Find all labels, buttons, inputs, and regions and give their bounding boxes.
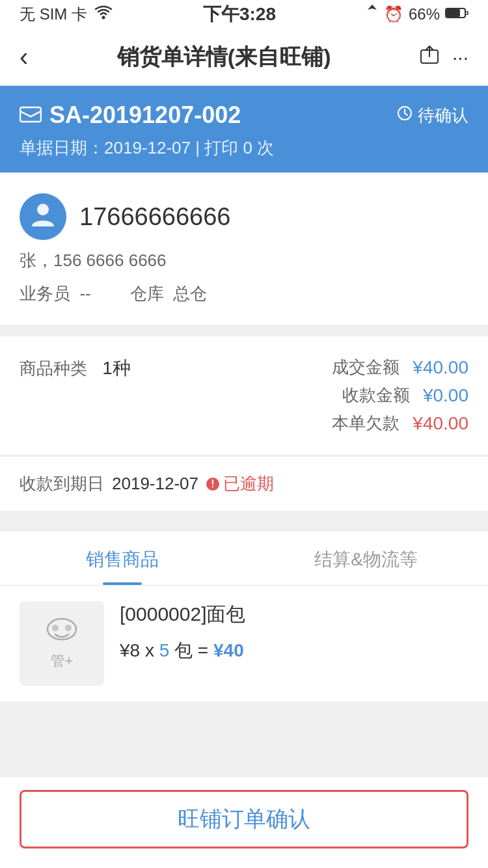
wifi-icon xyxy=(94,5,113,23)
transaction-amount-label: 成交金额 xyxy=(332,356,400,379)
overdue-status: 已逾期 xyxy=(223,472,274,495)
unit: 包 xyxy=(174,640,193,660)
svg-point-6 xyxy=(37,204,49,215)
received-amount-label: 收款金额 xyxy=(342,384,410,407)
product-type-row: 商品种类 1种 xyxy=(20,356,131,381)
overdue-date: 2019-12-07 xyxy=(112,474,198,494)
salesperson-label: 业务员 -- xyxy=(20,282,91,305)
product-code: [0000002] xyxy=(120,603,206,625)
transaction-amount-row: 成交金额 ¥40.00 xyxy=(332,356,468,379)
customer-meta: 业务员 -- 仓库 总仓 xyxy=(20,282,468,305)
product-title: 面包 xyxy=(206,603,245,625)
tab-settlement[interactable]: 结算&物流等 xyxy=(244,532,488,585)
status-right: ⏰ 66% xyxy=(366,5,468,24)
tab-settlement-label: 结算&物流等 xyxy=(314,549,418,569)
customer-section: 17666666666 张，156 6666 6666 业务员 -- 仓库 总仓 xyxy=(0,174,488,325)
nav-bar: ‹ 销货单详情(来自旺铺) ··· xyxy=(0,29,488,86)
person-icon xyxy=(29,200,57,234)
quantity: 5 xyxy=(159,640,170,660)
product-section: 管+ [0000002]面包 ¥8 x 5 包 = ¥40 xyxy=(0,586,488,701)
overdue-dot-icon: ! xyxy=(206,478,219,491)
received-amount-value: ¥0.00 xyxy=(423,385,468,406)
multiply-sign: x xyxy=(145,640,159,660)
location-icon xyxy=(366,5,379,24)
svg-rect-4 xyxy=(20,107,41,122)
order-number: SA-20191207-002 xyxy=(49,102,241,129)
divider-3 xyxy=(0,521,488,532)
tabs-section: 销售商品 结算&物流等 xyxy=(0,532,488,586)
battery-text: 66% xyxy=(409,5,440,23)
product-info: [0000002]面包 ¥8 x 5 包 = ¥40 xyxy=(120,601,468,663)
status-time: 下午3:28 xyxy=(203,2,276,27)
tab-products[interactable]: 销售商品 xyxy=(0,532,244,585)
nav-right: ··· xyxy=(420,45,468,69)
header-card: SA-20191207-002 待确认 单据日期：2019-12-07 | 打印… xyxy=(0,86,488,172)
owed-amount-label: 本单欠款 xyxy=(332,412,400,435)
product-name: [0000002]面包 xyxy=(120,601,468,628)
owed-amount-value: ¥40.00 xyxy=(413,413,468,434)
alarm-icon: ⏰ xyxy=(384,5,403,23)
order-id: SA-20191207-002 xyxy=(20,102,241,129)
order-date: 单据日期：2019-12-07 | 打印 0 次 xyxy=(20,137,468,159)
avatar xyxy=(20,193,66,240)
unit-price: ¥8 xyxy=(120,640,140,660)
battery-icon xyxy=(445,5,468,23)
more-icon[interactable]: ··· xyxy=(452,46,468,68)
warehouse-label: 仓库 总仓 xyxy=(130,282,207,305)
summary-right: 成交金额 ¥40.00 收款金额 ¥0.00 本单欠款 ¥40.00 xyxy=(332,356,468,435)
product-price: ¥8 x 5 包 = ¥40 xyxy=(120,638,468,663)
clock-icon xyxy=(397,105,413,126)
status-bar: 无 SIM 卡 下午3:28 ⏰ 66% xyxy=(0,0,488,29)
salesperson-value: -- xyxy=(79,284,90,303)
transaction-amount-value: ¥40.00 xyxy=(413,357,468,378)
divider-1 xyxy=(0,326,488,336)
product-type-label: 商品种类 xyxy=(20,359,87,378)
overdue-badge: ! 已逾期 xyxy=(206,472,274,495)
svg-point-0 xyxy=(102,16,105,20)
svg-point-8 xyxy=(52,625,59,631)
share-icon[interactable] xyxy=(420,45,439,69)
summary-left: 商品种类 1种 xyxy=(20,356,131,381)
back-button[interactable]: ‹ xyxy=(20,42,28,72)
warehouse-value: 总仓 xyxy=(173,284,207,303)
owed-amount-row: 本单欠款 ¥40.00 xyxy=(332,412,468,435)
brand-plus-text: 管+ xyxy=(51,651,74,671)
overdue-section: 收款到期日 2019-12-07 ! 已逾期 xyxy=(0,457,488,511)
status-left: 无 SIM 卡 xyxy=(20,4,113,25)
product-type-value: 1种 xyxy=(102,358,131,378)
received-amount-row: 收款金额 ¥0.00 xyxy=(342,384,468,407)
status-text: 待确认 xyxy=(418,104,468,127)
confirm-button[interactable]: 旺铺订单确认 xyxy=(20,790,468,848)
nav-left: ‹ xyxy=(20,42,28,72)
equals-sign: = xyxy=(198,640,213,660)
bottom-bar: 旺铺订单确认 xyxy=(0,776,488,868)
svg-rect-2 xyxy=(446,9,460,17)
customer-phone: 17666666666 xyxy=(79,203,230,231)
product-thumbnail: 管+ xyxy=(20,601,104,686)
summary-section: 商品种类 1种 成交金额 ¥40.00 收款金额 ¥0.00 本单欠款 ¥40.… xyxy=(0,336,488,454)
customer-name: 张，156 6666 6666 xyxy=(20,249,468,272)
svg-point-9 xyxy=(65,625,72,631)
order-status: 待确认 xyxy=(397,104,468,127)
overdue-label: 收款到期日 xyxy=(20,472,104,495)
total-price: ¥40 xyxy=(213,640,244,660)
page-title: 销货单详情(来自旺铺) xyxy=(117,42,331,72)
order-icon xyxy=(20,102,42,129)
tab-products-label: 销售商品 xyxy=(86,549,159,569)
sim-status: 无 SIM 卡 xyxy=(20,4,87,25)
